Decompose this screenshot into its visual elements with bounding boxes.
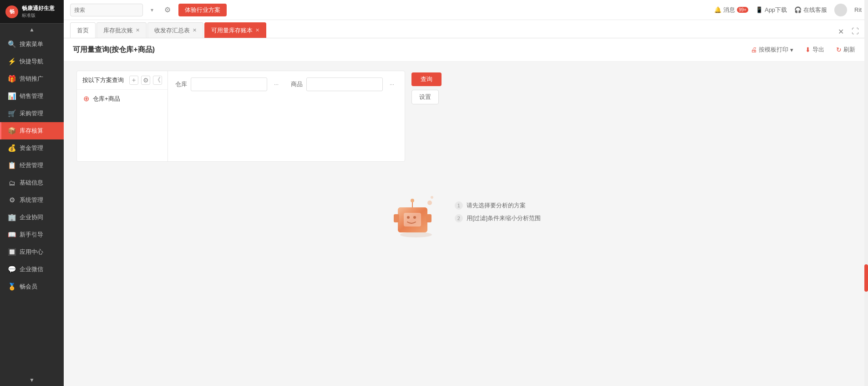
tab-batch-account[interactable]: 库存批次账 ✕ bbox=[96, 22, 147, 38]
sidebar-item-shortcut[interactable]: ⚡ 快捷导航 bbox=[0, 53, 64, 70]
tab-available-qty-label: 可用量库存账本 bbox=[211, 26, 253, 35]
sidebar-item-sales-mgmt[interactable]: 📊 销售管理 bbox=[0, 87, 64, 105]
sidebar-item-new-user-guide[interactable]: 📖 新手引导 bbox=[0, 226, 64, 243]
search-icon: 🔍 bbox=[8, 40, 16, 48]
topbar-search-input[interactable] bbox=[70, 4, 143, 16]
topbar-gear-btn[interactable]: ⚙ bbox=[161, 4, 174, 16]
hint-num-2: 2 bbox=[455, 214, 463, 222]
settings-btn[interactable]: 设置 bbox=[411, 90, 439, 104]
box-icon: 📦 bbox=[8, 127, 16, 135]
sidebar-item-chang-member[interactable]: 🏅 畅会员 bbox=[0, 278, 64, 295]
gear-icon: ⚙ bbox=[8, 196, 16, 204]
medal-icon: 🏅 bbox=[8, 283, 16, 291]
folder-icon: 🗂 bbox=[8, 179, 16, 187]
svg-rect-6 bbox=[394, 214, 399, 222]
sidebar-header: 畅 畅康通好生意 标准版 bbox=[0, 0, 64, 24]
sidebar-item-search[interactable]: 🔍 搜索菜单 bbox=[0, 36, 64, 53]
sidebar-scroll-up-btn[interactable]: ▲ bbox=[0, 24, 64, 36]
tab-batch-account-label: 库存批次账 bbox=[103, 26, 133, 35]
sidebar-company: 畅康通好生意 bbox=[22, 5, 55, 12]
sidebar-item-enterprise-wechat[interactable]: 💬 企业微信 bbox=[0, 261, 64, 278]
tab-available-qty-close[interactable]: ✕ bbox=[255, 27, 259, 33]
tab-batch-account-close[interactable]: ✕ bbox=[136, 27, 140, 33]
page-title: 可用量查询(按仓库+商品) bbox=[73, 45, 155, 55]
sidebar-item-inventory-calc[interactable]: 📦 库存核算 bbox=[0, 122, 64, 139]
sidebar-item-label: 经营管理 bbox=[20, 161, 43, 170]
bell-icon: 🔔 bbox=[714, 6, 721, 13]
add-scheme-btn[interactable]: ＋ bbox=[129, 76, 138, 85]
scheme-item-icon: ⊕ bbox=[83, 94, 89, 103]
tabs-bar: 首页 库存批次账 ✕ 收发存汇总表 ✕ 可用量库存账本 ✕ ✕ ⛶ bbox=[64, 20, 868, 38]
app-download-btn[interactable]: 📱 App下载 bbox=[756, 6, 787, 14]
query-scheme-panel: 按以下方案查询 ＋ ⚙ 《 ⊕ 仓库+商品 bbox=[77, 71, 168, 161]
sidebar-item-enterprise-collab[interactable]: 🏢 企业协同 bbox=[0, 209, 64, 226]
tab-available-qty[interactable]: 可用量库存账本 ✕ bbox=[204, 22, 266, 38]
export-icon: ⬇ bbox=[805, 46, 811, 53]
close-window-btn[interactable]: ✕ bbox=[834, 25, 847, 38]
refresh-btn[interactable]: ↻ 刷新 bbox=[832, 44, 859, 56]
sidebar-item-purchase-mgmt[interactable]: 🛒 采购管理 bbox=[0, 105, 64, 122]
export-btn[interactable]: ⬇ 导出 bbox=[802, 44, 828, 56]
svg-rect-3 bbox=[404, 213, 421, 226]
query-panel: 按以下方案查询 ＋ ⚙ 《 ⊕ 仓库+商品 仓库 bbox=[76, 71, 405, 162]
goods-more-btn[interactable]: ··· bbox=[386, 79, 397, 90]
sidebar-item-label: 基础信息 bbox=[20, 179, 43, 187]
scrollbar-thumb[interactable] bbox=[864, 264, 868, 292]
topbar-dropdown-btn[interactable]: ▾ bbox=[147, 5, 157, 15]
industry-solution-btn[interactable]: 体验行业方案 bbox=[178, 4, 227, 16]
refresh-icon: ↻ bbox=[836, 46, 842, 53]
warehouse-more-btn[interactable]: ··· bbox=[271, 79, 282, 90]
tab-home[interactable]: 首页 bbox=[70, 22, 96, 38]
sidebar-item-app-center[interactable]: 🔲 应用中心 bbox=[0, 243, 64, 261]
message-btn[interactable]: 🔔 消息 99+ bbox=[714, 6, 748, 14]
page-content: 可用量查询(按仓库+商品) 🖨 按模板打印 ▾ ⬇ 导出 ↻ 刷新 bbox=[64, 38, 868, 386]
shortcut-icon: ⚡ bbox=[8, 57, 16, 66]
message-badge: 99+ bbox=[737, 7, 748, 13]
hint-num-1: 1 bbox=[455, 201, 463, 210]
user-avatar[interactable] bbox=[834, 4, 847, 16]
sidebar-item-finance-mgmt[interactable]: 💰 资金管理 bbox=[0, 139, 64, 157]
empty-hint-2: 2 用[过滤]条件来缩小分析范围 bbox=[455, 214, 541, 222]
sidebar-logo: 畅 bbox=[5, 5, 18, 18]
sidebar-item-label: 搜索菜单 bbox=[20, 40, 43, 48]
svg-point-9 bbox=[411, 199, 414, 202]
chat-icon: 💬 bbox=[8, 265, 16, 273]
sidebar-item-ops-mgmt[interactable]: 📋 经营管理 bbox=[0, 157, 64, 174]
svg-rect-7 bbox=[426, 214, 431, 222]
sidebar-nav: 🔍 搜索菜单 ⚡ 快捷导航 🎁 营销推广 📊 销售管理 🛒 采购管理 📦 库存核… bbox=[0, 36, 64, 374]
svg-point-5 bbox=[413, 216, 416, 219]
scheme-item-label: 仓库+商品 bbox=[93, 95, 120, 103]
sidebar-item-label: 新手引导 bbox=[20, 231, 43, 239]
right-scrollbar[interactable] bbox=[864, 0, 868, 386]
scheme-collapse-btn[interactable]: 《 bbox=[153, 76, 162, 85]
sidebar-item-label: 营销推广 bbox=[20, 75, 43, 83]
expand-window-btn[interactable]: ⛶ bbox=[849, 25, 862, 38]
print-template-btn[interactable]: 🖨 按模板打印 ▾ bbox=[747, 44, 797, 56]
refresh-label: 刷新 bbox=[843, 46, 855, 54]
page-header: 可用量查询(按仓库+商品) 🖨 按模板打印 ▾ ⬇ 导出 ↻ 刷新 bbox=[64, 38, 868, 62]
hint-text-2: 用[过滤]条件来缩小分析范围 bbox=[467, 214, 541, 222]
phone-icon: 📱 bbox=[756, 6, 763, 13]
scheme-settings-btn[interactable]: ⚙ bbox=[141, 76, 150, 85]
sidebar-item-marketing-promo[interactable]: 🎁 营销推广 bbox=[0, 70, 64, 87]
scheme-item-warehouse-goods[interactable]: ⊕ 仓库+商品 bbox=[77, 90, 168, 108]
tab-recv-summary[interactable]: 收发存汇总表 ✕ bbox=[147, 22, 203, 38]
money-icon: 💰 bbox=[8, 144, 16, 152]
clipboard-icon: 📋 bbox=[8, 161, 16, 170]
warehouse-input[interactable] bbox=[191, 77, 267, 91]
tab-recv-summary-close[interactable]: ✕ bbox=[193, 27, 197, 33]
sidebar-item-label: 快捷导航 bbox=[20, 57, 43, 66]
print-chevron-down-icon: ▾ bbox=[790, 46, 793, 53]
empty-state: 1 请先选择要分析的方案 2 用[过滤]条件来缩小分析范围 bbox=[64, 162, 868, 262]
online-service-btn[interactable]: 🎧 在线客服 bbox=[794, 6, 827, 14]
sidebar-item-basic-info[interactable]: 🗂 基础信息 bbox=[0, 174, 64, 191]
sidebar-item-label: 应用中心 bbox=[20, 248, 43, 256]
sidebar-scroll-down-btn[interactable]: ▼ bbox=[0, 374, 64, 386]
query-btn[interactable]: 查询 bbox=[411, 72, 442, 86]
page-header-actions: 🖨 按模板打印 ▾ ⬇ 导出 ↻ 刷新 bbox=[747, 44, 859, 56]
empty-state-content: 1 请先选择要分析的方案 2 用[过滤]条件来缩小分析范围 bbox=[391, 189, 541, 235]
tab-recv-summary-label: 收发存汇总表 bbox=[154, 26, 190, 35]
query-fields-row: 仓库 ··· 商品 ··· bbox=[175, 77, 397, 91]
goods-input[interactable] bbox=[306, 77, 383, 91]
sidebar-item-system-mgmt[interactable]: ⚙ 系统管理 bbox=[0, 191, 64, 209]
